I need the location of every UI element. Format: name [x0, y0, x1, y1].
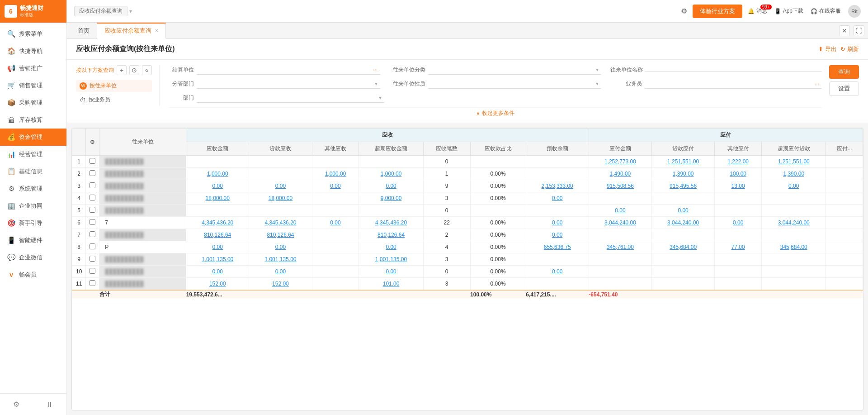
sidebar-item-basic-info[interactable]: 📋 基础信息	[0, 163, 66, 180]
row-checkbox[interactable]	[86, 266, 99, 278]
row-pay_amount[interactable]: 1,490.00	[589, 168, 651, 180]
row-checkbox[interactable]	[86, 217, 99, 229]
col-settings-header[interactable]: ⚙	[86, 129, 99, 156]
filter-collapse-button[interactable]: «	[142, 65, 152, 75]
row-recv_amount[interactable]: 4,345,436.20	[186, 217, 249, 229]
filter-settings-button[interactable]: ⊙	[129, 65, 139, 75]
query-button[interactable]: 查询	[829, 65, 859, 79]
row-overdue_pay[interactable]: 3,044,240.00	[762, 217, 826, 229]
row-overdue_pay[interactable]: 345,684.00	[762, 241, 826, 253]
row-recv_amount[interactable]: 0.00	[186, 180, 249, 192]
row-loan_recv[interactable]: 18,000.00	[249, 192, 312, 205]
row-checkbox[interactable]	[86, 168, 99, 180]
row-loan_pay[interactable]: 345,684.00	[652, 241, 715, 253]
row-pay_amount[interactable]: 3,044,240.00	[589, 217, 651, 229]
download-button[interactable]: 📱 App下载	[774, 7, 803, 15]
row-checkbox[interactable]	[86, 156, 99, 168]
row-overdue_recv[interactable]: 810,126.64	[359, 229, 423, 241]
row-overdue_pay[interactable]: 1,251,551.00	[762, 156, 826, 168]
tab-close-icon[interactable]: ×	[155, 28, 158, 34]
row-overdue_recv[interactable]: 101.00	[359, 278, 423, 291]
row-prepay_balance[interactable]: 655,636.75	[526, 241, 589, 253]
partner-name-input[interactable]	[645, 68, 822, 72]
row-overdue_recv[interactable]: 4,345,436.20	[359, 217, 423, 229]
row-loan_pay[interactable]: 1,390.00	[652, 168, 715, 180]
row-overdue_recv[interactable]: 0.00	[359, 241, 423, 253]
settings-button[interactable]: 设置	[829, 81, 859, 96]
sidebar-collapse-button[interactable]: ⏸	[42, 398, 58, 411]
row-loan_pay[interactable]: 3,044,240.00	[652, 217, 715, 229]
row-recv_amount[interactable]: 152.00	[186, 278, 249, 291]
sidebar-item-inventory[interactable]: 🏛 库存核算	[0, 111, 66, 129]
sidebar-item-finance[interactable]: 💰 资金管理	[0, 129, 66, 146]
tab-fullscreen-button[interactable]: ⛶	[854, 25, 864, 36]
sidebar-item-member[interactable]: V 畅会员	[0, 266, 66, 283]
row-overdue_pay[interactable]: 1,390.00	[762, 168, 826, 180]
row-checkbox[interactable]	[86, 192, 99, 205]
row-prepay_balance[interactable]: 0.00	[526, 217, 589, 229]
collapse-more-button[interactable]: ∧ 收起更多条件	[169, 107, 822, 119]
footer-recv-amount[interactable]: 19,553,472,6...	[186, 290, 249, 298]
row-recv_amount[interactable]: 1,000.00	[186, 168, 249, 180]
table-settings-icon[interactable]: ⚙	[90, 139, 95, 145]
filter-nav-item-partner[interactable]: W 按往来单位	[76, 80, 152, 92]
row-other_recv[interactable]: 1,000.00	[312, 168, 359, 180]
sidebar-item-sales[interactable]: 🛒 销售管理	[0, 77, 66, 94]
sidebar-item-quick-nav[interactable]: 🏠 快捷导航	[0, 43, 66, 60]
settlement-unit-input[interactable]: ···	[197, 65, 380, 75]
department-input[interactable]: ▾	[197, 93, 384, 103]
row-other_pay[interactable]: 100.00	[715, 168, 762, 180]
sidebar-item-guide[interactable]: 🎯 新手引导	[0, 215, 66, 232]
user-avatar[interactable]: Rit	[848, 5, 861, 18]
row-recv_amount[interactable]: 1,001,135.00	[186, 253, 249, 266]
row-prepay_balance[interactable]: 0.00	[526, 192, 589, 205]
row-prepay_balance[interactable]: 0.00	[526, 266, 589, 278]
notification-button[interactable]: 🔔 消息 99+	[748, 7, 767, 15]
row-pay_amount[interactable]: 915,508.56	[589, 180, 651, 192]
row-recv_amount[interactable]: 810,126.64	[186, 229, 249, 241]
row-other_recv[interactable]: 0.00	[312, 180, 359, 192]
sidebar-item-marketing[interactable]: 📢 营销推广	[0, 60, 66, 77]
row-checkbox[interactable]	[86, 253, 99, 266]
row-loan_recv[interactable]: 4,345,436.20	[249, 217, 312, 229]
row-other_pay[interactable]: 13.00	[715, 180, 762, 192]
row-checkbox[interactable]	[86, 229, 99, 241]
row-loan_pay[interactable]: 1,251,551.00	[652, 156, 715, 168]
partner-category-input[interactable]: ▾	[428, 65, 601, 75]
row-loan_recv[interactable]: 0.00	[249, 180, 312, 192]
sidebar-settings-button[interactable]: ⚙	[9, 397, 24, 411]
row-loan_recv[interactable]: 1,001,135.00	[249, 253, 312, 266]
row-pay_amount[interactable]: 1,252,773.00	[589, 156, 651, 168]
sidebar-item-enterprise[interactable]: 🏢 企业协同	[0, 197, 66, 215]
sidebar-item-hardware[interactable]: 📱 智能硬件	[0, 232, 66, 249]
row-overdue_recv[interactable]: 1,001,135.00	[359, 253, 423, 266]
row-recv_amount[interactable]: 0.00	[186, 266, 249, 278]
salesman-input[interactable]: ···	[645, 79, 822, 89]
row-checkbox[interactable]	[86, 180, 99, 192]
sidebar-item-purchase[interactable]: 📦 采购管理	[0, 94, 66, 111]
header-gear-icon[interactable]: ⚙	[681, 7, 687, 15]
row-pay_amount[interactable]: 0.00	[589, 205, 651, 217]
breadcrumb-chevron-icon[interactable]: ▾	[129, 8, 132, 14]
export-button[interactable]: ⬆ 导出	[818, 45, 837, 53]
row-loan_recv[interactable]: 0.00	[249, 241, 312, 253]
sidebar-item-search-menu[interactable]: 🔍 搜索菜单	[0, 25, 66, 43]
row-overdue_pay[interactable]: 0.00	[762, 180, 826, 192]
row-other_recv[interactable]: 0.00	[312, 217, 359, 229]
tab-close-button[interactable]: ✕	[839, 25, 850, 36]
row-prepay_balance[interactable]: 2,153,333.00	[526, 180, 589, 192]
row-checkbox[interactable]	[86, 241, 99, 253]
row-loan_pay[interactable]: 915,495.56	[652, 180, 715, 192]
row-loan_recv[interactable]: 152.00	[249, 278, 312, 291]
sidebar-item-system[interactable]: ⚙ 系统管理	[0, 180, 66, 197]
row-loan_recv[interactable]: 0.00	[249, 266, 312, 278]
filter-nav-item-salesman[interactable]: ⏱ 按业务员	[76, 94, 152, 106]
row-overdue_recv[interactable]: 1,000.00	[359, 168, 423, 180]
row-loan_pay[interactable]: 0.00	[652, 205, 715, 217]
row-recv_amount[interactable]: 0.00	[186, 241, 249, 253]
row-overdue_recv[interactable]: 0.00	[359, 180, 423, 192]
row-checkbox[interactable]	[86, 278, 99, 291]
row-recv_amount[interactable]: 18,000.00	[186, 192, 249, 205]
row-prepay_balance[interactable]: 0.00	[526, 229, 589, 241]
row-other_pay[interactable]: 77.00	[715, 241, 762, 253]
